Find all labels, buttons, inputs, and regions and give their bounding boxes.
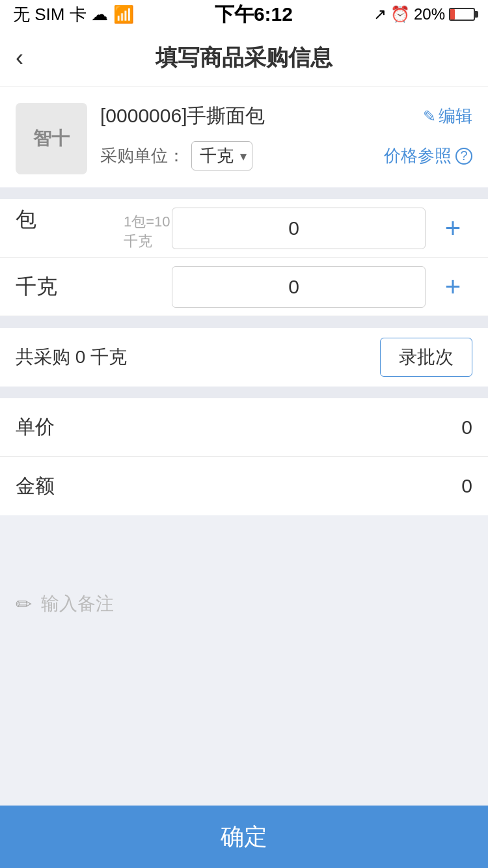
bao-plus-button[interactable]: +	[433, 209, 472, 248]
unit-row: 采购单位： 千克 价格参照 ?	[100, 141, 472, 170]
confirm-button[interactable]: 确定	[0, 806, 488, 868]
battery-percent: 20%	[414, 5, 445, 23]
content-area	[0, 692, 488, 806]
input-section: 包 1包=10千克 + 千克 +	[0, 199, 488, 316]
kg-plus-button[interactable]: +	[433, 267, 472, 306]
price-ref-label: 价格参照	[384, 144, 452, 167]
unit-price-row: 单价 0	[0, 398, 488, 457]
summary-amount: 0	[75, 347, 86, 367]
section-divider-1	[0, 187, 488, 199]
status-right: ↗ ⏰ 20%	[373, 5, 475, 23]
pencil-icon: ✏	[16, 593, 32, 616]
summary-row: 共采购 0 千克 录批次	[0, 328, 488, 387]
kg-label: 千克	[16, 273, 120, 301]
bao-sublabel: 1包=10千克	[124, 212, 172, 251]
bao-input-row: 包 1包=10千克 +	[0, 199, 488, 258]
price-ref-button[interactable]: 价格参照 ?	[384, 144, 472, 167]
summary-unit: 千克	[90, 347, 127, 367]
kg-input-row: 千克 +	[0, 258, 488, 316]
section-divider-3	[0, 387, 488, 398]
alarm-icon: ⏰	[390, 5, 410, 23]
summary-prefix: 共采购	[16, 347, 70, 367]
amount-value: 0	[461, 475, 472, 497]
section-divider-2	[0, 316, 488, 328]
amount-label: 金额	[16, 473, 55, 500]
product-name-row: [0000006]手撕面包 ✎ 编辑	[100, 103, 472, 129]
status-bar: 无 SIM 卡 ☁ 📶 下午6:12 ↗ ⏰ 20%	[0, 0, 488, 29]
price-section: 单价 0 金额 0	[0, 398, 488, 515]
amount-row: 金额 0	[0, 457, 488, 515]
remark-section[interactable]: ✏ 输入备注	[0, 515, 488, 692]
edit-label: 编辑	[439, 105, 472, 128]
summary-text: 共采购 0 千克	[16, 345, 127, 370]
product-card: 智十 [0000006]手撕面包 ✎ 编辑 采购单位： 千克 价格参照 ?	[0, 87, 488, 187]
bao-label-group: 包 1包=10千克	[16, 206, 172, 251]
wifi-icon: 📶	[113, 5, 134, 25]
nav-bar: ‹ 填写商品采购信息	[0, 29, 488, 87]
status-time: 下午6:12	[215, 1, 293, 28]
page-title: 填写商品采购信息	[156, 43, 332, 73]
batch-button[interactable]: 录批次	[380, 338, 472, 377]
back-button[interactable]: ‹	[16, 44, 23, 72]
location-icon: ↗	[373, 5, 386, 23]
status-left: 无 SIM 卡 ☁ 📶	[13, 3, 134, 26]
product-image-label: 智十	[33, 126, 70, 151]
kg-input[interactable]	[172, 266, 426, 308]
price-ref-icon: ?	[455, 148, 472, 165]
sim-status: 无 SIM 卡 ☁	[13, 3, 108, 26]
product-info: [0000006]手撕面包 ✎ 编辑 采购单位： 千克 价格参照 ?	[100, 103, 472, 170]
kg-label-group: 千克	[16, 273, 172, 301]
edit-button[interactable]: ✎ 编辑	[423, 105, 472, 128]
battery-icon	[449, 8, 475, 21]
remark-placeholder: 输入备注	[41, 591, 114, 616]
unit-select-value: 千克	[200, 144, 234, 167]
unit-price-label: 单价	[16, 414, 55, 441]
edit-icon: ✎	[423, 107, 436, 126]
product-name: [0000006]手撕面包	[100, 103, 265, 129]
bao-input[interactable]	[172, 208, 426, 249]
bao-label: 包	[16, 206, 120, 234]
product-image: 智十	[16, 103, 87, 174]
unit-select[interactable]: 千克	[191, 141, 252, 170]
unit-price-value: 0	[461, 416, 472, 439]
summary-section: 共采购 0 千克 录批次	[0, 316, 488, 398]
unit-label: 采购单位：	[100, 144, 185, 167]
